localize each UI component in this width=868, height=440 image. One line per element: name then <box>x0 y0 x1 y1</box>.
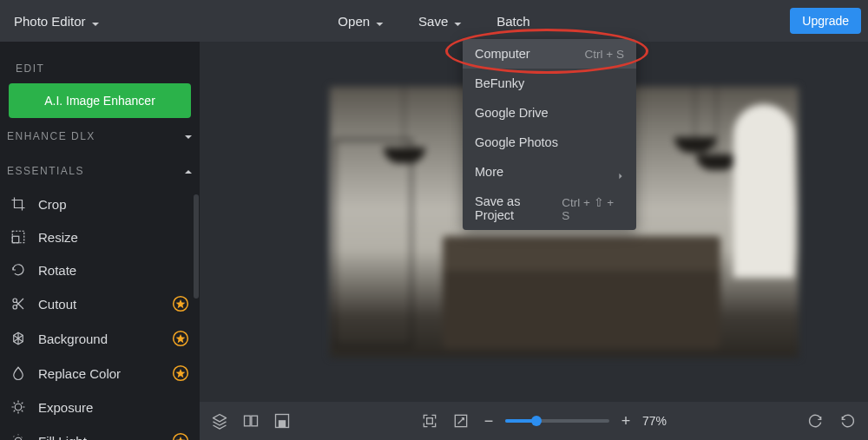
svg-rect-14 <box>427 418 433 424</box>
top-menu: Open Save Batch <box>338 14 529 29</box>
section-label-text: EDIT <box>16 62 44 75</box>
menu-batch-label: Batch <box>496 14 529 29</box>
save-dropdown: Computer Ctrl + S BeFunky Google Drive G… <box>463 39 636 230</box>
layers-icon[interactable] <box>210 411 229 430</box>
save-menu-project[interactable]: Save as Project Ctrl + ⇧ + S <box>463 187 636 230</box>
main-area: EDIT A.I. Image Enhancer ENHANCE DLX ESS… <box>0 42 868 440</box>
resize-icon <box>10 229 26 245</box>
chevron-down-icon <box>91 16 100 25</box>
rotate-icon <box>10 262 26 278</box>
tool-label: Background <box>38 332 108 346</box>
sidebar: EDIT A.I. Image Enhancer ENHANCE DLX ESS… <box>0 42 200 440</box>
premium-star-icon <box>172 364 189 382</box>
menu-save-label: Save <box>418 14 448 29</box>
tool-exposure[interactable]: Exposure <box>0 391 200 424</box>
sidebar-scrollbar[interactable] <box>194 194 199 299</box>
sidebar-section-edit: EDIT <box>9 50 191 83</box>
bottom-bar: − + 77% <box>200 402 868 440</box>
menu-item-label: Google Photos <box>475 135 558 149</box>
exposure-icon <box>10 399 26 415</box>
menu-open-label: Open <box>338 14 370 29</box>
tool-label: Resize <box>38 230 78 245</box>
fit-screen-icon[interactable] <box>420 411 439 430</box>
canvas-settings-icon[interactable] <box>273 411 292 430</box>
tool-label: Rotate <box>38 263 76 278</box>
chevron-down-icon <box>375 16 384 25</box>
section-label-text: ENHANCE DLX <box>7 130 95 142</box>
section-label-text: ESSENTIALS <box>7 165 84 177</box>
background-icon <box>10 331 26 346</box>
zoom-in-button[interactable]: + <box>620 412 632 430</box>
tool-label: Fill Light <box>38 434 87 441</box>
save-menu-computer[interactable]: Computer Ctrl + S <box>463 39 636 69</box>
premium-star-icon <box>172 432 189 440</box>
top-bar: Photo Editor Open Save Batch Upgrade <box>0 0 868 42</box>
premium-star-icon <box>172 330 189 347</box>
tool-resize[interactable]: Resize <box>0 220 200 253</box>
menu-item-label: More <box>475 165 503 179</box>
tool-fill-light[interactable]: Fill Light <box>0 424 200 440</box>
actual-size-icon[interactable] <box>451 411 470 430</box>
tool-background[interactable]: Background <box>0 321 200 356</box>
zoom-out-button[interactable]: − <box>483 412 495 430</box>
svg-rect-13 <box>279 420 286 427</box>
tool-label: Cutout <box>38 297 76 312</box>
tool-cutout[interactable]: Cutout <box>0 286 200 321</box>
zoom-percentage: 77% <box>642 414 677 428</box>
save-menu-google-photos[interactable]: Google Photos <box>463 128 636 157</box>
compare-icon[interactable] <box>241 411 260 430</box>
zoom-controls: − + 77% <box>483 412 677 430</box>
tool-list: CropResizeRotateCutoutBackgroundReplace … <box>0 187 200 440</box>
menu-item-shortcut: Ctrl + S <box>585 48 624 61</box>
undo-icon[interactable] <box>838 411 858 430</box>
chevron-down-icon <box>453 16 462 25</box>
zoom-slider[interactable] <box>505 419 609 423</box>
svg-point-7 <box>15 404 22 410</box>
sidebar-section-essentials[interactable]: ESSENTIALS <box>0 153 200 187</box>
save-menu-google-drive[interactable]: Google Drive <box>463 98 636 128</box>
menu-save[interactable]: Save <box>418 14 462 29</box>
tool-rotate[interactable]: Rotate <box>0 253 200 286</box>
menu-item-shortcut: Ctrl + ⇧ + S <box>562 195 624 222</box>
brand-switcher[interactable]: Photo Editor <box>7 14 107 29</box>
premium-star-icon <box>172 295 189 312</box>
tool-crop[interactable]: Crop <box>0 187 200 220</box>
chevron-up-icon <box>184 167 193 175</box>
tool-label: Crop <box>38 197 67 212</box>
menu-open[interactable]: Open <box>338 14 384 29</box>
fill-light-icon <box>10 433 26 440</box>
sidebar-section-enhance-dlx[interactable]: ENHANCE DLX <box>0 118 200 153</box>
upgrade-button[interactable]: Upgrade <box>790 8 861 34</box>
chevron-down-icon <box>184 132 193 141</box>
crop-icon <box>10 196 26 212</box>
save-menu-more[interactable]: More <box>463 157 636 187</box>
menu-batch[interactable]: Batch <box>496 14 529 29</box>
svg-rect-11 <box>252 416 258 426</box>
menu-item-label: Computer <box>475 47 530 61</box>
menu-item-label: Save as Project <box>475 194 562 222</box>
tool-label: Exposure <box>38 400 93 415</box>
brand-label: Photo Editor <box>14 14 86 29</box>
replace-color-icon <box>10 365 26 381</box>
menu-item-label: BeFunky <box>475 76 524 90</box>
cutout-icon <box>10 296 26 312</box>
chevron-right-icon <box>617 168 624 175</box>
svg-rect-1 <box>12 236 19 243</box>
svg-rect-0 <box>12 231 24 243</box>
tool-label: Replace Color <box>38 366 121 381</box>
svg-rect-10 <box>245 416 251 426</box>
menu-item-label: Google Drive <box>475 106 549 120</box>
save-menu-befunky[interactable]: BeFunky <box>463 69 636 98</box>
redo-icon[interactable] <box>806 411 825 430</box>
tool-replace-color[interactable]: Replace Color <box>0 356 200 391</box>
ai-image-enhancer-button[interactable]: A.I. Image Enhancer <box>9 83 191 118</box>
